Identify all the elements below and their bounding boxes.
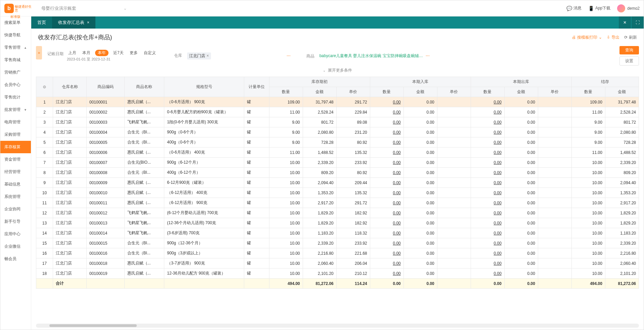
cell-in-qty[interactable]: 0.00 [370, 228, 403, 238]
col-warehouse[interactable]: 仓库名称 [53, 77, 87, 97]
sidebar-item[interactable]: 批发管理▼ [0, 104, 31, 116]
cell-out-qty[interactable]: 0.00 [471, 238, 504, 248]
cell-in-qty[interactable]: 0.00 [370, 117, 403, 127]
close-icon[interactable]: × [87, 20, 89, 25]
date-preset[interactable]: 上月 [67, 50, 78, 56]
cell-in-qty[interactable]: 0.00 [370, 248, 403, 258]
cell-in-qty[interactable]: 0.00 [370, 97, 403, 107]
col-out-qty[interactable]: 数量 [471, 87, 504, 97]
collapse-filter-handle[interactable]: » [36, 46, 42, 59]
messages-link[interactable]: 💬 消息 [566, 5, 582, 11]
sidebar-item[interactable]: 营销推广 [0, 66, 31, 79]
col-bal-qty[interactable]: 数量 [571, 87, 605, 97]
table-row[interactable]: 8江北门店00100008合生元（BI...400g（6-12个月）罐10.00… [36, 168, 639, 178]
tab-report[interactable]: 收发存汇总表 × [52, 16, 95, 29]
col-in-price[interactable]: 单价 [437, 87, 471, 97]
table-row[interactable]: 11江北门店00100011惠氏启赋（...（6-12月适用） 900克罐10.… [36, 198, 639, 208]
warehouse-input[interactable]: 江北门店 × ⋯ [185, 51, 293, 60]
cell-out-qty[interactable]: 0.00 [471, 198, 504, 208]
col-open-amt[interactable]: 金额 [303, 87, 336, 97]
table-row[interactable]: 13江北门店00100013飞鹤星飞帆...(12-36个月幼儿适用) 700克… [36, 218, 639, 228]
col-name[interactable]: 商品名称 [124, 77, 164, 97]
cell-in-qty[interactable]: 0.00 [370, 258, 403, 269]
sidebar-item[interactable]: 快捷导航 [0, 29, 31, 41]
col-spec[interactable]: 规格型号 [164, 77, 244, 97]
col-in-amt[interactable]: 金额 [403, 87, 437, 97]
sidebar-item[interactable]: 系统管理 [0, 191, 31, 203]
cell-out-qty[interactable]: 0.00 [471, 117, 504, 127]
date-preset[interactable]: 近7天 [112, 50, 125, 56]
cell-out-qty[interactable]: 0.00 [471, 258, 504, 269]
horizontal-scrollbar[interactable] [36, 324, 639, 328]
table-row[interactable]: 5江北门店00100005合生元（BI...400g（0-6个月）罐9.0072… [36, 137, 639, 148]
cell-out-qty[interactable]: 0.00 [471, 137, 504, 148]
table-row[interactable]: 10江北门店00100010惠氏启赋（...（6-12月适用） 400克罐10.… [36, 188, 639, 198]
fullscreen-button[interactable]: ⛶ [632, 16, 644, 29]
cell-in-qty[interactable]: 0.00 [370, 188, 403, 198]
cell-in-qty[interactable]: 0.00 [370, 198, 403, 208]
col-in-qty[interactable]: 数量 [370, 87, 403, 97]
cell-in-qty[interactable]: 0.00 [370, 137, 403, 148]
user-menu[interactable]: demo2 [617, 4, 640, 12]
sidebar-item[interactable]: 采购管理 [0, 128, 31, 141]
date-preset[interactable]: 本年 [95, 50, 109, 56]
print-button[interactable]: 🖨 按模板打印 ⌄ [572, 35, 602, 40]
date-preset[interactable]: 自定义 [142, 50, 157, 56]
product-input[interactable]: babycare儿童餐具 婴儿注水保温碗 宝宝防摔碗吸盘碗辅食碗勺套装 雀湖绿 … [318, 52, 432, 60]
sidebar-item[interactable]: 零售管理▲ [0, 41, 31, 54]
table-row[interactable]: 3江北门店00100003飞鹤星飞帆...1段(0-6个月婴儿适用) 300克罐… [36, 117, 639, 127]
query-button[interactable]: 查询 [619, 46, 639, 54]
col-out-price[interactable]: 单价 [538, 87, 571, 97]
scrollbar-thumb[interactable] [49, 324, 137, 327]
sidebar-item[interactable]: 经营管理 [0, 166, 31, 178]
cell-in-qty[interactable]: 0.00 [370, 107, 403, 117]
cell-in-qty[interactable]: 0.00 [370, 168, 403, 178]
tabs-close-all-button[interactable]: ✕ [619, 16, 631, 29]
app-download-link[interactable]: 📱 App下载 [588, 5, 610, 11]
cell-out-qty[interactable]: 0.00 [471, 228, 504, 238]
table-row[interactable]: 14江北门店00100014飞鹤星飞帆...(3-6岁适用) 700克罐10.0… [36, 228, 639, 238]
date-preset[interactable]: 更多 [128, 50, 139, 56]
cell-in-qty[interactable]: 0.00 [370, 127, 403, 137]
cell-out-qty[interactable]: 0.00 [471, 127, 504, 137]
cell-out-qty[interactable]: 0.00 [471, 97, 504, 107]
table-row[interactable]: 17江北门店00100018惠氏启赋（...（3-7岁适用） 900克罐10.0… [36, 258, 639, 269]
sidebar-item[interactable]: 零售商城 [0, 54, 31, 66]
settings-button[interactable]: 设置 [619, 56, 639, 66]
table-row[interactable]: 1江北门店00100001惠氏启赋（...（0-6月适用） 900克罐109.0… [36, 97, 639, 107]
cell-out-qty[interactable]: 0.00 [471, 148, 504, 158]
cell-in-qty[interactable]: 0.00 [370, 218, 403, 228]
table-row[interactable]: 4江北门店00100004合生元（BI...900g（0-6个月）罐9.002,… [36, 127, 639, 137]
sidebar-item[interactable]: 畅会员 [0, 253, 31, 265]
expand-filters-toggle[interactable]: ⌄ 展开更多条件 [31, 66, 644, 77]
sidebar-item[interactable]: 库存核算 [0, 141, 31, 153]
cell-in-qty[interactable]: 0.00 [370, 208, 403, 218]
sidebar-item[interactable]: 企业协同 [0, 203, 31, 215]
table-row[interactable]: 15江北门店00100015合生元（BI...900g（12-36个月）罐10.… [36, 238, 639, 248]
refresh-button[interactable]: ⟳ 刷新 [624, 35, 637, 40]
tab-home[interactable]: 首页 [31, 16, 52, 29]
more-icon[interactable]: ⋯ [426, 53, 430, 58]
sidebar-item[interactable]: 企业微信 [0, 240, 31, 253]
table-row[interactable]: 9江北门店00100009惠氏启赋（...6-12月900克（罐装）罐10.00… [36, 178, 639, 188]
sidebar-item[interactable]: 新手引导 [0, 215, 31, 228]
col-bal-amt[interactable]: 金额 [605, 87, 639, 97]
cell-out-qty[interactable]: 0.00 [471, 107, 504, 117]
table-row[interactable]: 2江北门店00100002惠氏启赋（...0-6月婴儿配方奶粉900克（罐装）罐… [36, 107, 639, 117]
table-row[interactable]: 16江北门店00100016合生元（BI...900g（3岁或以上）罐10.00… [36, 248, 639, 258]
sidebar-item[interactable]: 应用中心 [0, 228, 31, 240]
table-row[interactable]: 12江北门店00100012飞鹤星飞帆...(6-12个月婴幼儿适用) 700克… [36, 208, 639, 218]
col-out-amt[interactable]: 金额 [504, 87, 538, 97]
cell-out-qty[interactable]: 0.00 [471, 269, 504, 279]
table-row[interactable]: 6江北门店00100006惠氏启赋（...（0-6月适用） 400克罐11.00… [36, 148, 639, 158]
sidebar-item[interactable]: 基础信息 [0, 178, 31, 191]
sidebar-item[interactable]: 资金管理 [0, 153, 31, 166]
col-open-qty[interactable]: 数量 [269, 87, 303, 97]
sidebar-item[interactable]: 零售统计 [0, 91, 31, 104]
col-open-price[interactable]: 单价 [336, 87, 370, 97]
date-preset[interactable]: 本月 [81, 50, 92, 56]
sidebar-item[interactable]: 会员中心 [0, 79, 31, 91]
cell-in-qty[interactable]: 0.00 [370, 178, 403, 188]
col-unit[interactable]: 计量单位 [244, 77, 269, 97]
cell-out-qty[interactable]: 0.00 [471, 248, 504, 258]
